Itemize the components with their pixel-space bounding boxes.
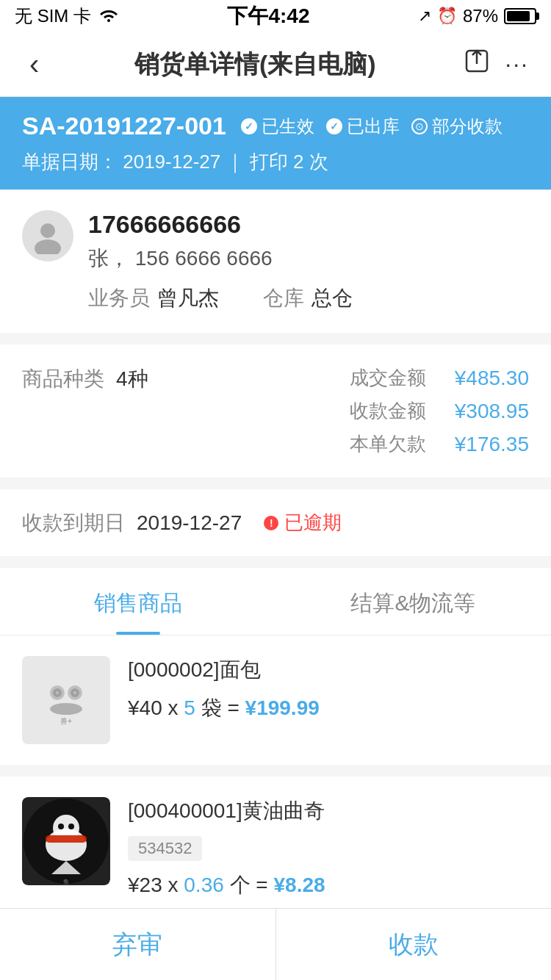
- customer-meta: 业务员 曾凡杰 仓库 总仓: [88, 284, 529, 312]
- overdue-badge: ! 已逾期: [253, 507, 352, 538]
- price-eq-1: =: [227, 696, 245, 719]
- bottom-bar: 弃审 收款: [0, 908, 551, 980]
- print-count: 打印 2 次: [250, 151, 328, 173]
- date-label: 单据日期：: [22, 151, 118, 173]
- svg-text:鱼: 鱼: [63, 879, 69, 885]
- confirm-button[interactable]: 收款: [276, 909, 552, 980]
- svg-point-5: [56, 691, 59, 694]
- warehouse-info: 仓库 总仓: [263, 284, 353, 312]
- overdue-text: 已逾期: [284, 510, 342, 536]
- collection-label: 收款金额: [350, 398, 426, 424]
- status-bar: 无 SIM 卡 下午4:42 ↗ ⏰ 87%: [0, 0, 551, 32]
- price-total-2: ¥8.28: [273, 873, 325, 896]
- due-label: 收款到期日: [22, 509, 125, 537]
- price-total-1: ¥199.99: [245, 696, 320, 719]
- transaction-label: 成交金额: [350, 365, 426, 391]
- product-price-1: ¥40 x 5 袋 = ¥199.99: [128, 694, 529, 722]
- product-list: 兽+ [0000002]面包 ¥40 x 5 袋 = ¥199.99: [0, 635, 551, 920]
- status-tag-partial: ⊙ 部分收款: [411, 115, 503, 138]
- avatar: [22, 210, 73, 262]
- transaction-value: ¥485.30: [441, 367, 529, 390]
- due-date: 2019-12-27: [137, 511, 242, 535]
- order-banner: SA-20191227-001 ✓ 已生效 ✓ 已出库 ⊙ 部分收款 单据日期：…: [0, 97, 551, 190]
- svg-point-1: [40, 223, 55, 238]
- customer-info: 17666666666 张， 156 6666 6666 业务员 曾凡杰 仓库 …: [88, 210, 529, 312]
- sales-info: 业务员 曾凡杰: [88, 284, 219, 312]
- check-icon-1: ✓: [241, 118, 257, 134]
- price-base-2: ¥23: [128, 873, 162, 896]
- sales-label: 业务员: [88, 284, 150, 312]
- battery-percent: 87%: [463, 6, 498, 26]
- nav-actions: ···: [464, 48, 529, 81]
- alarm-icon: ⏰: [437, 7, 457, 26]
- customer-id: 17666666666: [88, 210, 529, 239]
- svg-point-14: [58, 824, 64, 829]
- sales-value: 曾凡杰: [157, 284, 219, 312]
- stats-section: 商品种类 4种 成交金额 ¥485.30 收款金额 ¥308.95 本单欠款 ¥…: [0, 345, 551, 478]
- product-details-2: [000400001]黄油曲奇 534532 ¥23 x 0.36 个 = ¥8…: [128, 797, 529, 899]
- order-date: 2019-12-27: [123, 151, 220, 173]
- overdue-icon: !: [264, 516, 278, 530]
- product-thumb-2: 鱼: [22, 797, 110, 885]
- product-name-2: [000400001]黄油曲奇: [128, 797, 529, 825]
- product-types: 商品种类 4种: [22, 365, 148, 393]
- collection-stat: 收款金额 ¥308.95: [350, 398, 529, 424]
- transaction-stat: 成交金额 ¥485.30: [350, 365, 529, 391]
- status-bar-left: 无 SIM 卡: [15, 4, 119, 28]
- wifi-icon: [98, 6, 119, 26]
- warehouse-label: 仓库: [263, 284, 304, 312]
- product-item-2: 鱼 [000400001]黄油曲奇 534532 ¥23 x 0.36 个 = …: [0, 777, 551, 920]
- debt-value: ¥176.35: [441, 433, 529, 456]
- product-details-1: [0000002]面包 ¥40 x 5 袋 = ¥199.99: [128, 656, 529, 722]
- status-tags: ✓ 已生效 ✓ 已出库 ⊙ 部分收款: [241, 115, 503, 138]
- more-button[interactable]: ···: [505, 51, 529, 78]
- svg-text:兽+: 兽+: [60, 717, 72, 725]
- order-id: SA-20191227-001: [22, 112, 226, 140]
- price-base-1: ¥40: [128, 696, 162, 719]
- nav-bar: ‹ 销货单详情(来自电脑) ···: [0, 32, 551, 97]
- svg-rect-16: [46, 835, 87, 843]
- due-section: 收款到期日 2019-12-27 ! 已逾期: [0, 489, 551, 556]
- check-icon-2: ✓: [326, 118, 342, 134]
- status-bar-right: ↗ ⏰ 87%: [418, 6, 536, 26]
- warehouse-value: 总仓: [311, 284, 353, 312]
- back-button[interactable]: ‹: [22, 40, 46, 88]
- thumb-placeholder-1: 兽+: [22, 656, 110, 744]
- location-icon: ↗: [418, 7, 431, 26]
- debt-stat: 本单欠款 ¥176.35: [350, 431, 529, 457]
- tabs-section: 销售商品 结算&物流等: [0, 568, 551, 635]
- price-x-1: x: [168, 696, 184, 719]
- svg-point-15: [68, 824, 74, 829]
- price-unit-2: 个: [230, 873, 251, 896]
- tab-settlement[interactable]: 结算&物流等: [276, 568, 551, 635]
- status-tag-effective: ✓ 已生效: [241, 115, 314, 138]
- financial-stats: 成交金额 ¥485.30 收款金额 ¥308.95 本单欠款 ¥176.35: [350, 365, 529, 457]
- tab-sales-products[interactable]: 销售商品: [0, 568, 276, 635]
- price-x-2: x: [168, 873, 184, 896]
- product-thumb-1: 兽+: [22, 656, 110, 744]
- price-qty-1: 5: [184, 696, 195, 719]
- debt-label: 本单欠款: [350, 431, 426, 457]
- types-label: 商品种类: [22, 365, 104, 393]
- battery-indicator: [504, 8, 536, 24]
- svg-point-8: [73, 691, 76, 694]
- price-eq-2: =: [256, 873, 273, 896]
- svg-point-2: [35, 239, 61, 254]
- share-button[interactable]: [464, 48, 490, 81]
- tabs-row: 销售商品 结算&物流等: [0, 568, 551, 635]
- page-title: 销货单详情(来自电脑): [134, 48, 376, 82]
- status-tag-shipped: ✓ 已出库: [326, 115, 400, 138]
- price-unit-1: 袋: [201, 696, 222, 719]
- product-item: 兽+ [0000002]面包 ¥40 x 5 袋 = ¥199.99: [0, 635, 551, 765]
- carrier-text: 无 SIM 卡: [15, 4, 91, 28]
- product-price-2: ¥23 x 0.36 个 = ¥8.28: [128, 871, 529, 899]
- svg-point-9: [50, 703, 82, 715]
- separator: ｜: [226, 151, 249, 173]
- product-badge-2: 534532: [128, 836, 202, 861]
- product-name-1: [0000002]面包: [128, 656, 529, 684]
- customer-phone: 张， 156 6666 6666: [88, 245, 529, 273]
- price-qty-2: 0.36: [184, 873, 224, 896]
- clock-icon: ⊙: [411, 118, 428, 134]
- cancel-button[interactable]: 弃审: [0, 909, 276, 980]
- types-count: 4种: [116, 365, 148, 393]
